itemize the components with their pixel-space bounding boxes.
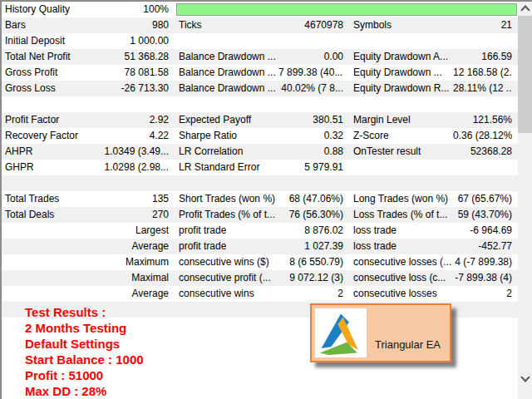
test-note-line: Max DD : 28% [25, 383, 144, 399]
spacer [169, 223, 179, 239]
metric-label: consecutive loss (c... [353, 270, 453, 286]
metric-value: 12 168.58 (2... [453, 65, 512, 81]
spacer [169, 302, 179, 318]
table-row: Averageprofit trade1 027.39loss trade-45… [2, 239, 518, 254]
metric-value: 52368.28 [453, 144, 512, 160]
metric-label [5, 286, 98, 302]
spacer [343, 96, 353, 112]
metric-value: 100% [98, 2, 169, 17]
spacer [343, 207, 353, 223]
spacer [343, 144, 353, 160]
metric-label: Profit Factor [5, 112, 98, 128]
metric-label [5, 96, 98, 112]
metric-value: 67 (65.67%) [453, 191, 512, 207]
metric-label: Total Deals [5, 207, 98, 223]
spacer [343, 223, 353, 239]
scrollbar-thumb[interactable] [518, 16, 532, 133]
spacer [343, 254, 353, 270]
table-row: Profit Factor2.92Expected Payoff380.51Ma… [2, 112, 518, 128]
metric-value [453, 302, 512, 318]
metric-value: 2 [278, 286, 343, 302]
history-quality-progress-bar [176, 3, 517, 16]
scroll-down-button[interactable] [518, 371, 532, 385]
vertical-scrollbar[interactable] [518, 2, 532, 399]
ea-name-label: Triangular EA [375, 338, 441, 351]
spacer [343, 160, 353, 175]
metric-value: 21 [453, 17, 512, 33]
metric-label: Loss Trades (% of t... [353, 207, 453, 223]
metric-label: Symbols [353, 17, 453, 33]
test-note-line: Start Balance : 1000 [25, 352, 144, 367]
spacer [169, 96, 179, 112]
spacer [343, 239, 353, 254]
spacer [169, 160, 179, 175]
metric-value: Maximal [98, 270, 169, 286]
metric-value: 980 [98, 17, 169, 33]
ea-logo-card: Triangular EA [310, 303, 451, 362]
metric-value [278, 175, 343, 191]
spacer [169, 207, 179, 223]
metric-value: Average [98, 239, 169, 254]
table-row: Gross Loss-26 713.30Balance Drawdown ...… [2, 81, 518, 96]
metric-value: 1.0349 (3.49... [98, 144, 169, 160]
metric-label: Profit Trades (% of t... [179, 207, 278, 223]
metric-label: Long Trades (won %) [353, 191, 453, 207]
triangle-logo-icon [315, 308, 367, 357]
metric-label: consecutive wins ($) [179, 254, 278, 270]
metric-value: -452.77 [453, 239, 512, 254]
metric-label [5, 270, 98, 286]
spacer [169, 239, 179, 254]
metric-value [453, 160, 512, 175]
metric-label: Total Net Profit [5, 49, 98, 65]
metric-label: Equity Drawdown A... [353, 49, 453, 65]
chevron-up-icon [520, 5, 530, 14]
test-note-line: Default Settings [25, 336, 144, 352]
test-note-line: 2 Months Testing [25, 320, 144, 336]
scroll-up-button[interactable] [518, 2, 532, 16]
spacer [169, 191, 179, 207]
metric-label: consecutive losses [353, 286, 453, 302]
metric-label: Recovery Factor [5, 128, 98, 144]
table-row: Total Deals270Profit Trades (% of t...76… [2, 207, 518, 223]
metric-label: Short Trades (won %) [179, 191, 278, 207]
spacer [169, 81, 179, 96]
metric-label: Equity Drawdown R... [353, 81, 453, 96]
metric-value: 68 (47.06%) [278, 191, 343, 207]
metric-label [353, 175, 453, 191]
metric-value: 135 [98, 191, 169, 207]
metric-label [179, 175, 278, 191]
table-row: Initial Deposit1 000.00 [2, 33, 518, 49]
metric-value: 4 (-7 899.38) [453, 254, 512, 270]
metric-value: 1 027.39 [278, 239, 343, 254]
metric-label: GHPR [5, 160, 98, 175]
metric-label: Expected Payoff [179, 112, 278, 128]
test-results-notes: Test Results :2 Months TestingDefault Se… [25, 304, 144, 399]
metric-value: 4670978 [278, 17, 343, 33]
table-row: Bars980Ticks4670978Symbols21 [2, 17, 518, 33]
metric-value: 51 368.28 [98, 49, 169, 65]
metric-label [5, 254, 98, 270]
metric-label: Balance Drawdown ... [179, 65, 278, 81]
metric-value [278, 33, 343, 49]
metric-label: OnTester result [353, 144, 453, 160]
test-note-line: Test Results : [25, 304, 144, 320]
chevron-down-icon [520, 372, 530, 382]
metric-value: 5 979.91 [278, 160, 343, 175]
metric-label: loss trade [353, 239, 453, 254]
metric-value: 78 081.58 [98, 65, 169, 81]
metric-value: 9 072.12 (3) [278, 270, 343, 286]
metric-label: Sharpe Ratio [179, 128, 278, 144]
metric-value: 380.51 [278, 112, 343, 128]
metric-value: Largest [98, 223, 169, 239]
metric-value: -6 964.69 [453, 223, 512, 239]
metric-label: Balance Drawdown ... [179, 81, 278, 96]
metric-label: Gross Loss [5, 81, 98, 96]
metric-label: profit trade [179, 223, 278, 239]
spacer [169, 33, 179, 49]
metric-value: -7 899.38 (4) [453, 270, 512, 286]
table-row: Recovery Factor4.22Sharpe Ratio0.32Z-Sco… [2, 128, 518, 144]
table-row: Maximumconsecutive wins ($)8 (6 550.79)c… [2, 254, 518, 270]
metric-label: Initial Deposit [5, 33, 98, 49]
metric-label: Balance Drawdown ... [179, 49, 278, 65]
metric-label [5, 175, 98, 191]
